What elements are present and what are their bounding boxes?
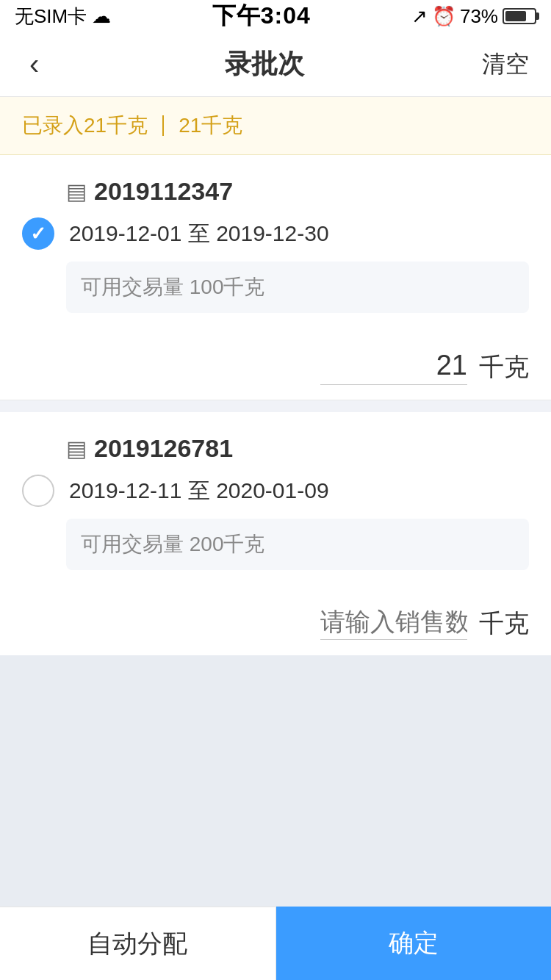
alarm-icon: ⏰ bbox=[432, 5, 455, 28]
batch2-input-separator bbox=[320, 639, 467, 640]
batch1-available-qty: 可用交易量 100千克 bbox=[81, 275, 265, 298]
page-title: 录批次 bbox=[225, 46, 304, 82]
battery-icon bbox=[503, 8, 536, 24]
batch2-id: 2019126781 bbox=[94, 434, 233, 463]
batch1-radio[interactable] bbox=[22, 217, 54, 250]
batch1-input-row: 21 千克 bbox=[0, 335, 551, 400]
status-bar: 无SIM卡 ☁ 下午3:04 ↗ ⏰ 73% bbox=[0, 0, 551, 32]
summary-recorded: 已录入21千克 bbox=[22, 112, 148, 140]
batch1-input-container: 21 bbox=[320, 350, 467, 385]
confirm-button[interactable]: 确定 bbox=[276, 907, 552, 980]
batch1-unit: 千克 bbox=[479, 350, 529, 384]
batch2-radio[interactable] bbox=[22, 475, 54, 507]
batch-card-2: ▤ 2019126781 2019-12-11 至 2020-01-09 可用交… bbox=[0, 412, 551, 592]
clear-button[interactable]: 清空 bbox=[482, 48, 529, 81]
summary-banner: 已录入21千克 21千克 bbox=[0, 97, 551, 155]
batch2-qty-row: 可用交易量 200千克 bbox=[66, 519, 529, 570]
batch1-date: 2019-12-01 至 2019-12-30 bbox=[69, 219, 329, 249]
batch1-qty-row: 可用交易量 100千克 bbox=[66, 262, 529, 313]
back-button[interactable]: ‹ bbox=[22, 40, 46, 88]
batch1-id: 2019112347 bbox=[94, 177, 233, 206]
batch2-unit: 千克 bbox=[479, 607, 529, 641]
auto-distribute-button[interactable]: 自动分配 bbox=[0, 907, 276, 980]
status-right: ↗ ⏰ 73% bbox=[411, 5, 536, 28]
section-divider bbox=[0, 400, 551, 412]
batch1-icon: ▤ bbox=[66, 179, 87, 204]
battery-percent: 73% bbox=[460, 5, 498, 28]
batch2-date-row: 2019-12-11 至 2020-01-09 bbox=[22, 475, 529, 507]
location-icon: ↗ bbox=[411, 5, 428, 28]
batch2-date: 2019-12-11 至 2020-01-09 bbox=[69, 476, 329, 506]
batch2-input-row: 千克 bbox=[0, 592, 551, 655]
summary-total: 21千克 bbox=[179, 112, 242, 140]
nav-bar: ‹ 录批次 清空 bbox=[0, 32, 551, 97]
auto-distribute-label: 自动分配 bbox=[87, 927, 187, 961]
batch2-header: ▤ 2019126781 bbox=[66, 434, 529, 463]
status-time: 下午3:04 bbox=[212, 0, 311, 32]
batch2-qty-input[interactable] bbox=[320, 608, 467, 636]
content-area: ▤ 2019112347 2019-12-01 至 2019-12-30 可用交… bbox=[0, 155, 551, 979]
batch-card-1: ▤ 2019112347 2019-12-01 至 2019-12-30 可用交… bbox=[0, 155, 551, 335]
bottom-buttons: 自动分配 确定 bbox=[0, 907, 551, 980]
batch2-icon: ▤ bbox=[66, 436, 87, 461]
confirm-label: 确定 bbox=[389, 926, 439, 960]
summary-divider bbox=[162, 115, 164, 136]
status-left: 无SIM卡 ☁ bbox=[15, 4, 111, 29]
batch2-input-container bbox=[320, 608, 467, 640]
batch1-header: ▤ 2019112347 bbox=[66, 177, 529, 206]
batch1-input-separator bbox=[320, 384, 467, 385]
batch1-date-row: 2019-12-01 至 2019-12-30 bbox=[22, 217, 529, 250]
sim-text: 无SIM卡 ☁ bbox=[15, 4, 111, 29]
batch2-available-qty: 可用交易量 200千克 bbox=[81, 533, 265, 555]
batch1-qty-value: 21 bbox=[436, 350, 467, 381]
